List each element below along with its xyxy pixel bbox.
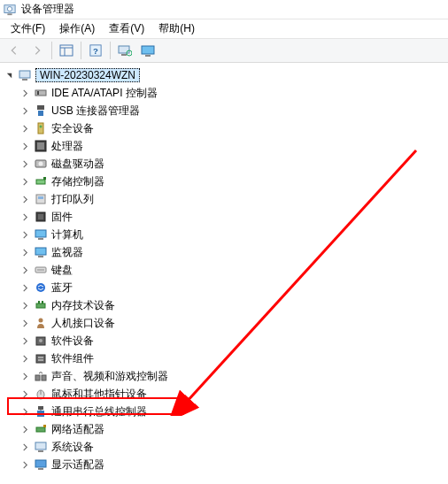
tree-item[interactable]: 通用串行总线控制器 xyxy=(18,403,446,420)
device-category-icon xyxy=(34,210,48,224)
svg-text:?: ? xyxy=(93,46,98,56)
menubar: 文件(F) 操作(A) 查看(V) 帮助(H) xyxy=(0,19,448,38)
device-category-icon xyxy=(34,245,48,259)
tree-item[interactable]: 处理器 xyxy=(18,137,446,155)
expand-toggle[interactable] xyxy=(18,227,32,242)
expand-toggle[interactable] xyxy=(18,86,32,100)
expand-toggle[interactable] xyxy=(18,298,32,312)
expand-toggle[interactable] xyxy=(18,351,32,365)
svg-rect-51 xyxy=(38,406,43,410)
expand-toggle[interactable] xyxy=(18,387,32,401)
expand-toggle[interactable] xyxy=(18,245,32,259)
tree-item[interactable]: 鼠标和其他指针设备 xyxy=(18,385,446,403)
tree-item-label: 键盘 xyxy=(51,263,78,278)
tree-item[interactable]: 蓝牙 xyxy=(18,279,446,296)
tree-item-label: USB 连接器管理器 xyxy=(51,104,145,119)
tree-item-label: 蓝牙 xyxy=(51,280,78,296)
tree-item[interactable]: 声音、视频和游戏控制器 xyxy=(18,367,446,385)
tree-item[interactable]: IDE ATA/ATAPI 控制器 xyxy=(18,84,446,102)
tree-item[interactable]: 显示适配器 xyxy=(18,456,446,473)
svg-rect-31 xyxy=(35,230,46,237)
tree-item-label: 处理器 xyxy=(51,139,89,154)
svg-rect-14 xyxy=(22,79,27,81)
view-list-button[interactable] xyxy=(56,40,77,61)
tree-item[interactable]: 监视器 xyxy=(18,243,446,261)
expand-toggle[interactable] xyxy=(18,121,32,135)
toolbar-separator xyxy=(110,42,111,59)
svg-rect-39 xyxy=(38,301,40,303)
tree-item-label: 固件 xyxy=(51,210,78,225)
tree-item[interactable]: 固件 xyxy=(18,208,446,226)
tree-item[interactable]: 计算机 xyxy=(18,226,446,243)
expand-toggle[interactable] xyxy=(18,316,32,330)
expand-toggle[interactable] xyxy=(18,422,32,436)
back-button[interactable] xyxy=(4,40,25,61)
menu-action[interactable]: 操作(A) xyxy=(52,19,102,38)
expand-toggle[interactable] xyxy=(2,68,16,82)
scan-hardware-button[interactable] xyxy=(114,40,135,61)
tree-item-label: 声音、视频和游戏控制器 xyxy=(51,369,174,384)
device-category-icon xyxy=(34,104,48,118)
tree-item-label: 软件设备 xyxy=(51,334,99,349)
expand-toggle[interactable] xyxy=(18,174,32,188)
help-button[interactable]: ? xyxy=(85,40,106,61)
root-label: WIN-20230324WZN xyxy=(35,68,140,82)
expand-toggle[interactable] xyxy=(18,104,32,118)
expand-toggle[interactable] xyxy=(18,210,32,224)
expand-toggle[interactable] xyxy=(18,457,32,472)
tree-item[interactable]: 安全设备 xyxy=(18,119,446,137)
device-tree: WIN-20230324WZNIDE ATA/ATAPI 控制器USB 连接器管… xyxy=(0,63,448,477)
svg-rect-25 xyxy=(36,180,45,184)
devices-by-type-button[interactable] xyxy=(137,40,158,61)
menu-file[interactable]: 文件(F) xyxy=(4,19,52,38)
toolbar: ? xyxy=(0,38,448,63)
tree-item-label: 磁盘驱动器 xyxy=(51,157,110,172)
tree-item-label: 打印队列 xyxy=(51,192,99,207)
tree-item-label: 安全设备 xyxy=(51,121,99,136)
menu-view[interactable]: 查看(V) xyxy=(102,19,151,38)
expand-toggle[interactable] xyxy=(18,440,32,454)
device-category-icon xyxy=(34,440,48,454)
expand-toggle[interactable] xyxy=(18,157,32,171)
forward-button[interactable] xyxy=(27,40,48,61)
svg-rect-1 xyxy=(7,13,12,15)
tree-item[interactable]: 键盘 xyxy=(18,261,446,279)
tree-item[interactable]: 打印队列 xyxy=(18,190,446,208)
app-icon xyxy=(4,4,16,16)
svg-rect-8 xyxy=(119,46,129,53)
tree-item[interactable]: 软件组件 xyxy=(18,350,446,367)
expand-toggle[interactable] xyxy=(18,139,32,153)
tree-item[interactable]: 磁盘驱动器 xyxy=(18,155,446,173)
expand-toggle[interactable] xyxy=(18,334,32,348)
svg-rect-16 xyxy=(37,91,39,95)
tree-item[interactable]: 人机接口设备 xyxy=(18,314,446,332)
svg-rect-26 xyxy=(43,177,46,180)
tree-item-label: 通用串行总线控制器 xyxy=(51,404,152,419)
tree-item[interactable]: 存储控制器 xyxy=(18,173,446,190)
svg-rect-19 xyxy=(38,123,43,134)
expand-toggle[interactable] xyxy=(18,192,32,206)
tree-item-label: 内存技术设备 xyxy=(51,298,120,313)
svg-rect-32 xyxy=(38,238,43,240)
device-category-icon xyxy=(34,298,48,312)
expand-toggle[interactable] xyxy=(18,369,32,383)
device-category-icon xyxy=(34,334,48,348)
tree-item[interactable]: 软件设备 xyxy=(18,332,446,350)
device-category-icon xyxy=(34,387,48,401)
device-category-icon xyxy=(34,192,48,206)
device-category-icon xyxy=(34,139,48,153)
window-title: 设备管理器 xyxy=(21,2,74,17)
menu-help[interactable]: 帮助(H) xyxy=(151,19,202,38)
device-category-icon xyxy=(34,369,48,383)
device-category-icon xyxy=(34,351,48,365)
tree-root[interactable]: WIN-20230324WZN xyxy=(2,66,446,84)
expand-toggle[interactable] xyxy=(18,404,32,419)
tree-item[interactable]: 内存技术设备 xyxy=(18,296,446,314)
expand-toggle[interactable] xyxy=(18,280,32,295)
tree-item[interactable]: 系统设备 xyxy=(18,438,446,456)
svg-rect-18 xyxy=(38,111,43,116)
tree-item[interactable]: USB 连接器管理器 xyxy=(18,102,446,119)
tree-item[interactable]: 网络适配器 xyxy=(18,420,446,438)
expand-toggle[interactable] xyxy=(18,263,32,277)
svg-rect-58 xyxy=(35,460,46,467)
